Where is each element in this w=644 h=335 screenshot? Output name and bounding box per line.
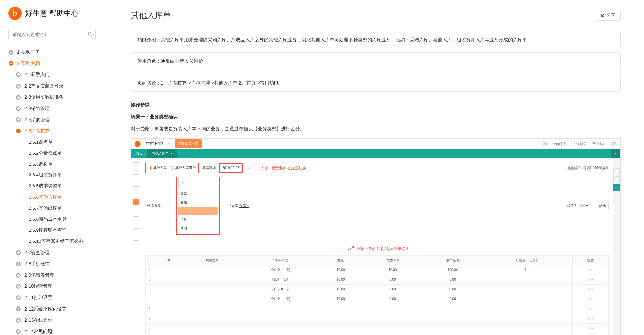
- ss-date-input[interactable]: 2019-12-26: [219, 163, 243, 173]
- table-row[interactable]: 2个(1个 = 1个)10.000.000.00⊕ ⊗: [146, 275, 609, 285]
- sidebar-item[interactable]: 2.6库存核算: [8, 125, 96, 137]
- table-row[interactable]: 8 ⊕ ⊗: [146, 333, 609, 335]
- sidebar-item-label: 2.6.9库存账本查询: [29, 227, 67, 234]
- sidebar-item-label: 2.6.10库存账本错了怎么办: [29, 238, 84, 245]
- sidebar-item-label: 2.12系统个性化设置: [24, 306, 66, 313]
- sidebar-item[interactable]: 2.3使用前数据准备: [8, 92, 96, 103]
- table-row[interactable]: 7 ⊕ ⊗: [146, 324, 609, 333]
- ss-table-header: *商: [154, 256, 183, 265]
- ss-table-header: 规格型号: [183, 256, 241, 265]
- steps-label: 操作步骤：: [131, 100, 621, 109]
- sidebar-item[interactable]: 2.4销售管理: [8, 103, 96, 114]
- ss-rt-icon[interactable]: [613, 168, 620, 175]
- plus-icon: [8, 50, 14, 55]
- ss-toolbar-item[interactable]: ▫ 提交: [581, 166, 590, 172]
- ss-dropdown-item[interactable]: 其他: [178, 224, 218, 233]
- ss-test-label: TEST-H002: [146, 141, 163, 147]
- ss-radio-return[interactable]: 其他入库退货: [171, 165, 196, 171]
- scene1-title: 场景一：业务类型确认: [131, 112, 621, 121]
- sidebar-item[interactable]: 2.13在线支付: [8, 315, 96, 326]
- table-row[interactable]: 1个(1个 = 1个)10.0010.00100.007个⊕ ⊗: [146, 265, 609, 275]
- sidebar-item[interactable]: 2.7资金管理: [8, 247, 96, 259]
- sidebar-item[interactable]: 2.11打印设置: [8, 292, 96, 303]
- sidebar-item[interactable]: 2.5采购管理: [8, 114, 96, 126]
- sidebar-item-label: 2.帮助文档: [17, 60, 40, 67]
- share-button[interactable]: 分享: [596, 10, 621, 21]
- ss-panel-close-icon[interactable]: ×: [611, 149, 620, 158]
- logo[interactable]: b 好生意 帮助中心: [8, 7, 96, 20]
- sidebar-item[interactable]: 2.6.6其他入库单: [8, 192, 96, 203]
- ss-toolbar-item[interactable]: ▫ 历史单据: [593, 166, 609, 172]
- search-input[interactable]: [8, 29, 96, 40]
- ss-side-icon[interactable]: [133, 211, 139, 217]
- sidebar-item-label: 2.6.1盘点单: [29, 139, 53, 146]
- ss-tab-home[interactable]: 首页: [131, 149, 147, 158]
- ss-topbar-item[interactable]: ▫ 消息: [539, 141, 548, 147]
- sidebar-item[interactable]: 2.6.8商品成本重算: [8, 214, 96, 225]
- sidebar-item[interactable]: 2.6.1盘点单: [8, 137, 96, 148]
- plus-icon: [16, 117, 21, 122]
- ss-filter-button[interactable]: 筛选: [596, 202, 609, 210]
- search-box: [8, 29, 96, 40]
- ss-topbar-item[interactable]: ▫ 帮助中心: [590, 141, 606, 147]
- sidebar-item[interactable]: 2.12系统个性化设置: [8, 303, 96, 315]
- sidebar-item[interactable]: 2.1新手入门: [8, 69, 96, 80]
- ss-side-icon[interactable]: [133, 174, 139, 180]
- ss-radio-group[interactable]: 其他入库 其他入库退货: [145, 163, 199, 173]
- sidebar-item[interactable]: 2.6.10库存账本错了怎么办: [8, 236, 96, 247]
- ss-buy-button[interactable]: 我要购买一下: [175, 139, 202, 148]
- table-row[interactable]: 3个(1个 = 1个)10.000.000.00⊕ ⊗: [146, 285, 609, 294]
- ss-dropdown-item[interactable]: 切换: [178, 215, 218, 224]
- sidebar-item[interactable]: 2.6.5成本调整单: [8, 181, 96, 192]
- ss-side-icon[interactable]: [133, 186, 139, 192]
- table-row[interactable]: 5 ⊕ ⊗: [146, 304, 609, 314]
- ss-dropdown-area: 请 盘盈受赠 切换其他: [176, 177, 220, 235]
- close-icon[interactable]: ×: [171, 150, 173, 157]
- ss-rt-icon[interactable]: [613, 176, 620, 183]
- sidebar-item-label: 2.2产品安装及登录: [24, 83, 64, 90]
- sidebar-item[interactable]: 2.6.3调拨单: [8, 159, 96, 170]
- sidebar-item-label: 2.6.5成本调整单: [29, 183, 62, 189]
- ss-topbar-item[interactable]: ▫ CC: [610, 141, 617, 147]
- sidebar-item[interactable]: 2.6.9库存账本查询: [8, 225, 96, 236]
- sidebar-item[interactable]: 2.2产品安装及登录: [8, 80, 96, 92]
- ss-rt-icon[interactable]: [613, 184, 620, 191]
- sidebar-item-label: 2.6.8商品成本重算: [29, 216, 67, 223]
- sidebar-item[interactable]: 2.6.7其他出库单: [8, 203, 96, 214]
- ss-table-header: *库存单位: [241, 256, 320, 265]
- ss-warehouse-value[interactable]: 仓库一: [239, 204, 249, 208]
- ss-biztype-select[interactable]: 请: [178, 179, 218, 188]
- ss-tab-doc[interactable]: 其他入库单 ×: [147, 149, 177, 158]
- ss-main: 其他入库 其他入库退货 单据日期 2019-12-26 ⟵ 入库、退货业务 在这…: [141, 158, 613, 335]
- sidebar-item[interactable]: 2.6.2分量盘点单: [8, 148, 96, 159]
- ss-topbar-item[interactable]: ▫ 在线购买: [571, 141, 586, 147]
- sidebar-item-label: 2.1新手入门: [24, 71, 50, 78]
- ss-toolbar-item[interactable]: ▫ 快捷键: [566, 166, 578, 172]
- ss-dropdown-item[interactable]: 盘盈: [178, 189, 218, 198]
- ss-side-icon[interactable]: [133, 235, 139, 241]
- ss-topbar-item[interactable]: ▫ App下载: [552, 141, 567, 147]
- sidebar-item[interactable]: 2.6.4组装拆卸单: [8, 170, 96, 181]
- ss-dropdown-item[interactable]: 受赠: [178, 198, 218, 207]
- sidebar-item-label: 2.6.2分量盘点单: [29, 150, 62, 157]
- sidebar-item[interactable]: 2.14常见问题: [8, 326, 96, 335]
- ss-radio-in[interactable]: 其他入库: [149, 165, 167, 171]
- sidebar-item[interactable]: 2.10经营管理: [8, 281, 96, 292]
- sidebar-item[interactable]: 1.视频学习: [8, 47, 96, 58]
- ss-warehouse-label: *仓库: [230, 204, 238, 208]
- path-text: 1、库存核算->库存管理->其他入库单 2、首页->常用功能: [161, 80, 279, 86]
- sidebar-item[interactable]: 2.8手机旺铺: [8, 258, 96, 270]
- minus-icon: [16, 128, 21, 134]
- plus-icon: [16, 273, 21, 278]
- table-row[interactable]: 4个(1个 = 1个)10.000.000.00⊕ ⊗: [146, 294, 609, 304]
- ss-side-icon[interactable]: [133, 162, 139, 168]
- sidebar-item[interactable]: 2.帮助文档: [8, 58, 96, 69]
- ss-dropdown-item[interactable]: [178, 207, 218, 215]
- ss-side-icon[interactable]: [133, 199, 139, 205]
- logo-icon: b: [8, 7, 22, 20]
- sidebar-item[interactable]: 2.9优惠券管理: [8, 270, 96, 281]
- ss-handler-select[interactable]: 选择: [578, 204, 585, 208]
- sidebar-item-label: 2.11打印设置: [24, 294, 52, 301]
- ss-side-icon[interactable]: [133, 223, 139, 229]
- table-row[interactable]: 6 ⊕ ⊗: [146, 314, 609, 324]
